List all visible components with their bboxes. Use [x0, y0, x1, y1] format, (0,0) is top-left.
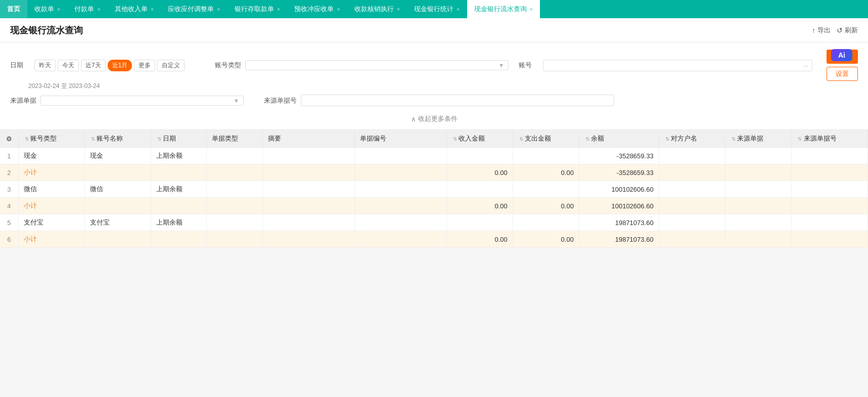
- date-1month[interactable]: 近1月: [108, 60, 132, 71]
- th-counterpart[interactable]: ⇅ 对方户名: [659, 130, 725, 148]
- doc-num-cell: [354, 231, 446, 248]
- doc-type-cell: [207, 181, 263, 198]
- source-doc-cell: [725, 231, 791, 248]
- table-row: 3微信微信上期余额100102606.60: [0, 181, 868, 198]
- expense-cell: [513, 181, 579, 198]
- expense-cell: [513, 148, 579, 164]
- counterpart-cell: [659, 198, 725, 214]
- date-custom[interactable]: 自定义: [157, 60, 185, 71]
- export-icon: ↑: [812, 26, 815, 34]
- top-nav: 首页 收款单 × 付款单 × 其他收入单 × 应收应付调整单 × 银行存取款单 …: [0, 0, 868, 18]
- table-header-row: ⚙ ⇅ 账号类型 ⇅ 账号名称 ⇅ 日期 单据类型 摘要 单据编号 ⇅: [0, 130, 868, 148]
- nav-cash-bank-query[interactable]: 现金银行流水查询 ×: [467, 0, 540, 18]
- sort-icon: ⇅: [91, 136, 95, 142]
- account-type-cell: 小计: [18, 198, 84, 214]
- source-doc-num-filter-group: 来源单据号: [264, 95, 614, 106]
- th-doc-num: 单据编号: [354, 130, 446, 148]
- close-icon[interactable]: ×: [530, 6, 533, 12]
- close-icon[interactable]: ×: [217, 6, 220, 12]
- doc-num-cell: [354, 214, 446, 231]
- date-options: 昨天 今天 近7天 近1月 更多 自定义: [34, 60, 185, 71]
- close-icon[interactable]: ×: [277, 6, 280, 12]
- account-more-icon[interactable]: ···: [803, 62, 808, 69]
- counterpart-cell: [659, 231, 725, 248]
- sort-icon: ⇅: [25, 136, 29, 142]
- ai-badge[interactable]: Ai: [831, 49, 852, 61]
- th-source-doc[interactable]: ⇅ 来源单据: [725, 130, 791, 148]
- table-row: 5支付宝支付宝上期余额19871073.60: [0, 214, 868, 231]
- nav-cash-bank-stat[interactable]: 现金银行统计 ×: [407, 0, 467, 18]
- date-today[interactable]: 今天: [58, 60, 79, 71]
- th-balance[interactable]: ⇅ 余额: [579, 130, 659, 148]
- counterpart-cell: [659, 148, 725, 164]
- income-cell: [446, 148, 513, 164]
- table-row: 1现金现金上期余额-3528659.33: [0, 148, 868, 164]
- account-name-cell: [84, 231, 151, 248]
- date-label: 日期: [10, 61, 30, 70]
- sort-icon: ⇅: [798, 136, 802, 142]
- th-expense[interactable]: ⇅ 支出金额: [513, 130, 579, 148]
- nav-prepaid-offset[interactable]: 预收冲应收单 ×: [287, 0, 347, 18]
- account-filter-group: 账号 ···: [519, 60, 812, 71]
- chevron-down-icon: ▼: [234, 98, 239, 104]
- nav-bank-deposit[interactable]: 银行存取款单 ×: [227, 0, 287, 18]
- balance-cell: 100102606.60: [579, 181, 659, 198]
- date-7days[interactable]: 近7天: [81, 60, 106, 71]
- export-button[interactable]: ↑ 导出: [812, 26, 831, 35]
- date-yesterday[interactable]: 昨天: [34, 60, 56, 71]
- close-icon[interactable]: ×: [151, 6, 154, 12]
- source-doc-select[interactable]: ▼: [40, 96, 244, 106]
- doc-type-cell: [207, 198, 263, 214]
- th-income[interactable]: ⇅ 收入金额: [446, 130, 513, 148]
- th-date[interactable]: ⇅ 日期: [151, 130, 207, 148]
- close-icon[interactable]: ×: [97, 6, 100, 12]
- summary-cell: [263, 198, 355, 214]
- income-cell: [446, 181, 513, 198]
- source-doc-num-cell: [792, 214, 868, 231]
- counterpart-cell: [659, 214, 725, 231]
- date-cell: [151, 198, 207, 214]
- expense-cell: [513, 214, 579, 231]
- account-input[interactable]: [543, 60, 812, 71]
- doc-type-cell: [207, 148, 263, 164]
- th-account-name[interactable]: ⇅ 账号名称: [84, 130, 151, 148]
- source-doc-cell: [725, 214, 791, 231]
- table-body: 1现金现金上期余额-3528659.332小计0.000.00-3528659.…: [0, 148, 868, 248]
- date-range-text: 2023-02-24 至 2023-03-24: [28, 82, 100, 90]
- doc-type-cell: [207, 231, 263, 248]
- source-doc-num-input[interactable]: [301, 95, 614, 106]
- close-icon[interactable]: ×: [456, 6, 460, 12]
- close-icon[interactable]: ×: [397, 6, 400, 12]
- nav-receipt[interactable]: 收款单 ×: [27, 0, 67, 18]
- source-doc-num-cell: [792, 181, 868, 198]
- account-name-cell: 微信: [84, 181, 151, 198]
- close-icon[interactable]: ×: [57, 6, 60, 12]
- close-icon[interactable]: ×: [337, 6, 340, 12]
- filter-area: 日期 昨天 今天 近7天 近1月 更多 自定义 账号类型 ▼ 账号 ···: [0, 42, 868, 130]
- balance-cell: 19871073.60: [579, 214, 659, 231]
- account-type-cell: 现金: [18, 148, 84, 164]
- nav-payment[interactable]: 付款单 ×: [67, 0, 107, 18]
- date-more[interactable]: 更多: [134, 60, 155, 71]
- account-name-cell: [84, 164, 151, 181]
- header-actions: ↑ 导出 ↺ 刷新: [812, 26, 858, 35]
- account-name-cell: [84, 198, 151, 214]
- nav-other-income[interactable]: 其他收入单 ×: [108, 0, 161, 18]
- summary-cell: [263, 214, 355, 231]
- income-cell: [446, 214, 513, 231]
- balance-cell: 19871073.60: [579, 231, 659, 248]
- settings-button[interactable]: 设置: [827, 67, 858, 81]
- table-row: 4小计0.000.00100102606.60: [0, 198, 868, 214]
- nav-ar-ap-adjust[interactable]: 应收应付调整单 ×: [161, 0, 227, 18]
- th-source-doc-num[interactable]: ⇅ 来源单据号: [792, 130, 868, 148]
- th-account-type[interactable]: ⇅ 账号类型: [18, 130, 84, 148]
- account-type-filter-group: 账号类型 ▼: [215, 60, 509, 70]
- account-type-select[interactable]: ▼: [245, 60, 509, 70]
- nav-home[interactable]: 首页: [0, 0, 27, 18]
- page-title: 现金银行流水查询: [10, 24, 83, 36]
- nav-receipt-writeoff[interactable]: 收款核销执行 ×: [347, 0, 407, 18]
- th-gear[interactable]: ⚙: [0, 130, 18, 148]
- refresh-button[interactable]: ↺ 刷新: [837, 26, 858, 35]
- collapse-bar[interactable]: ∧ 收起更多条件: [10, 111, 858, 124]
- sort-icon: ⇅: [453, 136, 457, 142]
